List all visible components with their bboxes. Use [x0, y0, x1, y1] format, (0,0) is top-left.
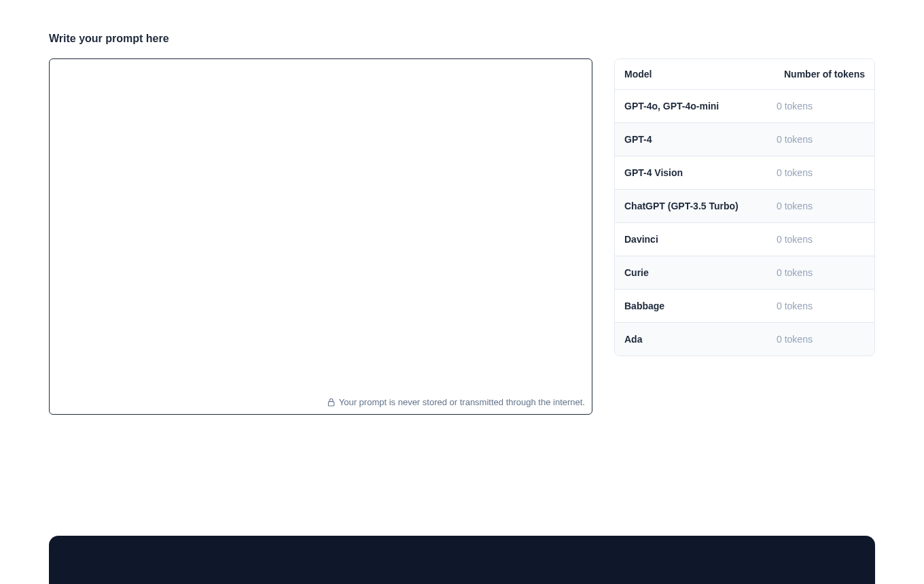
- prompt-box: Your prompt is never stored or transmitt…: [49, 58, 592, 415]
- table-header-model: Model: [624, 69, 784, 80]
- token-count: 0 tokens: [777, 300, 865, 311]
- table-row: ChatGPT (GPT-3.5 Turbo) 0 tokens: [615, 189, 874, 222]
- model-name: Curie: [624, 267, 777, 278]
- token-count: 0 tokens: [777, 167, 865, 178]
- model-name: Davinci: [624, 234, 777, 245]
- model-name: GPT-4: [624, 134, 777, 145]
- token-count: 0 tokens: [777, 334, 865, 345]
- token-count: 0 tokens: [777, 201, 865, 211]
- table-header-row: Model Number of tokens: [615, 59, 874, 89]
- lock-icon: [327, 398, 335, 407]
- svg-rect-0: [328, 402, 334, 406]
- table-row: GPT-4o, GPT-4o-mini 0 tokens: [615, 89, 874, 122]
- token-count: 0 tokens: [777, 134, 865, 145]
- table-row: GPT-4 Vision 0 tokens: [615, 156, 874, 189]
- model-name: GPT-4o, GPT-4o-mini: [624, 101, 777, 111]
- token-count: 0 tokens: [777, 101, 865, 111]
- token-table: Model Number of tokens GPT-4o, GPT-4o-mi…: [614, 58, 875, 356]
- bottom-panel: [49, 536, 875, 584]
- model-name: Babbage: [624, 300, 777, 311]
- table-row: Curie 0 tokens: [615, 256, 874, 289]
- prompt-input[interactable]: [56, 66, 585, 394]
- table-header-tokens: Number of tokens: [784, 69, 865, 80]
- privacy-notice-text: Your prompt is never stored or transmitt…: [339, 397, 585, 407]
- page-title: Write your prompt here: [49, 33, 875, 45]
- model-name: Ada: [624, 334, 777, 345]
- table-row: GPT-4 0 tokens: [615, 122, 874, 156]
- privacy-notice: Your prompt is never stored or transmitt…: [56, 394, 585, 407]
- model-name: GPT-4 Vision: [624, 167, 777, 178]
- table-row: Ada 0 tokens: [615, 322, 874, 356]
- token-count: 0 tokens: [777, 267, 865, 278]
- model-name: ChatGPT (GPT-3.5 Turbo): [624, 201, 777, 211]
- table-row: Davinci 0 tokens: [615, 222, 874, 256]
- token-count: 0 tokens: [777, 234, 865, 245]
- table-row: Babbage 0 tokens: [615, 289, 874, 322]
